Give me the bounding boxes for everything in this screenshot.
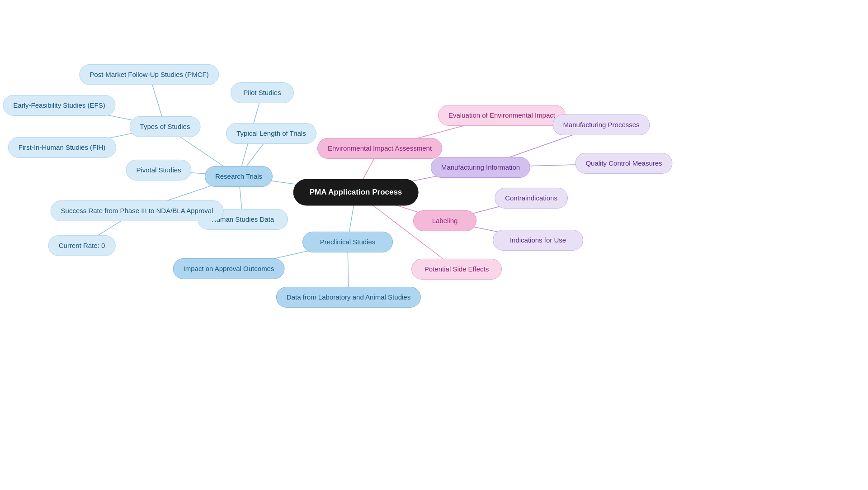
node-contraindications[interactable]: Contraindications bbox=[495, 188, 568, 209]
node-success_rate[interactable]: Success Rate from Phase III to NDA/BLA A… bbox=[51, 200, 224, 221]
center-node[interactable]: PMA Application Process bbox=[293, 179, 419, 206]
node-mfg_processes[interactable]: Manufacturing Processes bbox=[552, 114, 650, 135]
node-quality_control[interactable]: Quality Control Measures bbox=[575, 153, 672, 174]
node-mfg_info[interactable]: Manufacturing Information bbox=[431, 157, 530, 178]
node-pivotal_studies[interactable]: Pivotal Studies bbox=[126, 160, 191, 181]
node-preclinical[interactable]: Preclinical Studies bbox=[302, 232, 393, 252]
node-research_trials[interactable]: Research Trials bbox=[205, 166, 273, 187]
node-eval_env_impact[interactable]: Evaluation of Environmental Impact bbox=[438, 105, 566, 126]
node-types_of_studies[interactable]: Types of Studies bbox=[130, 116, 201, 137]
node-impact_approval[interactable]: Impact on Approval Outcomes bbox=[173, 258, 285, 279]
node-env_impact_assess[interactable]: Environmental Impact Assessment bbox=[317, 138, 442, 159]
mind-map-canvas: PMA Application ProcessResearch TrialsTy… bbox=[0, 0, 868, 490]
node-current_rate[interactable]: Current Rate: 0 bbox=[48, 235, 116, 256]
node-early_feasibility[interactable]: Early-Feasibility Studies (EFS) bbox=[3, 95, 115, 116]
node-post_market[interactable]: Post-Market Follow-Up Studies (PMCF) bbox=[79, 64, 219, 85]
node-first_in_human[interactable]: First-In-Human Studies (FIH) bbox=[8, 137, 116, 158]
node-labeling[interactable]: Labeling bbox=[413, 210, 476, 231]
node-indications_use[interactable]: Indications for Use bbox=[493, 230, 583, 251]
node-potential_side[interactable]: Potential Side Effects bbox=[411, 259, 502, 280]
node-pilot_studies[interactable]: Pilot Studies bbox=[231, 82, 294, 103]
node-data_lab[interactable]: Data from Laboratory and Animal Studies bbox=[276, 287, 421, 308]
node-typical_length[interactable]: Typical Length of Trials bbox=[226, 123, 316, 144]
